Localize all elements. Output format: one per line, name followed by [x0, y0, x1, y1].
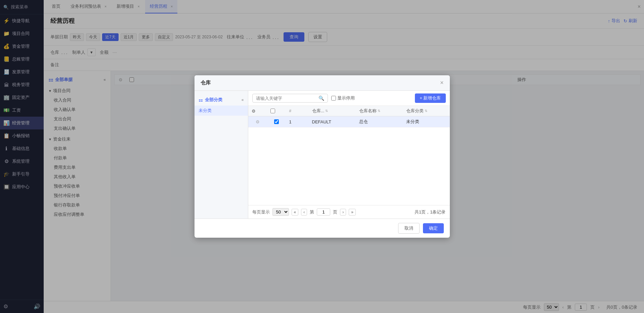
dialog-row-checkbox[interactable] [274, 119, 279, 124]
dialog-row-id: 1 [286, 119, 309, 124]
dialog-col-gear[interactable]: ⚙ [248, 109, 267, 114]
page-label: 第 [310, 209, 314, 215]
dialog-row-gear[interactable]: ⚙ [248, 119, 267, 124]
dialog-footer: 取消 确定 [195, 219, 450, 238]
first-page-btn[interactable]: « [292, 209, 299, 216]
dialog-col-name[interactable]: 仓库名称 ⇅ [356, 108, 403, 114]
dialog-body: ⚏ 全部分类 « 未分类 🔍 显示停用 [195, 91, 450, 219]
dialog-left-panel: ⚏ 全部分类 « 未分类 [195, 91, 248, 219]
table-row[interactable]: ⚙ 1 DEFAULT 总仓 未分类 [248, 116, 450, 127]
dialog-search-icon: 🔍 [318, 95, 324, 101]
per-page-label: 每页显示 [252, 209, 270, 215]
dialog-header: 仓库 × [195, 75, 450, 91]
show-disabled-toggle[interactable]: 显示停用 [331, 95, 355, 101]
warehouse-dialog: 仓库 × ⚏ 全部分类 « 未分类 [195, 75, 450, 238]
dialog-col-check [267, 109, 286, 113]
dialog-col-code[interactable]: 仓库... ⇅ [309, 108, 356, 114]
dialog-row-check[interactable] [267, 119, 286, 124]
confirm-button[interactable]: 确定 [423, 223, 444, 233]
dialog-table-header: ⚙ # 仓库... ⇅ 仓库名称 ⇅ [248, 106, 450, 116]
sort-code-icon: ⇅ [325, 109, 328, 113]
sort-name-icon: ⇅ [378, 109, 380, 113]
grid-icon: ⚏ [199, 97, 203, 103]
dialog-left-all[interactable]: ⚏ 全部分类 « [195, 94, 248, 106]
next-page-btn[interactable]: › [340, 209, 346, 216]
dialog-right-panel: 🔍 显示停用 + 新增仓库 ⚙ [248, 91, 450, 219]
cancel-button[interactable]: 取消 [398, 223, 420, 234]
dialog-search-input[interactable] [256, 96, 316, 101]
dialog-left-item-unclassified[interactable]: 未分类 [195, 106, 248, 116]
page-unit-label: 页 [333, 209, 337, 215]
dialog-col-id: # [286, 109, 309, 113]
dialog-left-list: 未分类 [195, 106, 248, 213]
dialog-search-box[interactable]: 🔍 [252, 94, 328, 103]
pagination-total: 共1页，1条记录 [415, 209, 445, 215]
dialog-table-body: ⚙ 1 DEFAULT 总仓 未分类 [248, 116, 450, 127]
prev-page-btn[interactable]: ‹ [301, 209, 307, 216]
dialog-close-icon[interactable]: × [440, 79, 444, 86]
dialog-left-collapse-icon[interactable]: « [242, 97, 244, 102]
dialog-table: ⚙ # 仓库... ⇅ 仓库名称 ⇅ [248, 106, 450, 205]
last-page-btn[interactable]: » [349, 209, 356, 216]
modal-overlay[interactable]: 仓库 × ⚏ 全部分类 « 未分类 [0, 0, 644, 313]
dialog-toolbar: 🔍 显示停用 + 新增仓库 [248, 91, 450, 106]
dialog-col-category[interactable]: 仓库分类 ⇅ [403, 108, 450, 114]
dialog-row-name: 总仓 [356, 119, 403, 125]
sort-category-icon: ⇅ [425, 109, 427, 113]
dialog-row-category: 未分类 [403, 119, 450, 125]
show-disabled-checkbox[interactable] [331, 96, 336, 101]
dialog-title: 仓库 [201, 80, 211, 86]
per-page-select[interactable]: 50 [272, 208, 289, 216]
dialog-row-code: DEFAULT [309, 119, 356, 124]
dialog-select-all[interactable] [270, 109, 275, 113]
add-warehouse-button[interactable]: + 新增仓库 [415, 93, 445, 103]
dialog-pagination: 每页显示 50 « ‹ 第 页 › » 共1页，1条记录 [248, 205, 450, 219]
page-input[interactable] [317, 208, 330, 216]
